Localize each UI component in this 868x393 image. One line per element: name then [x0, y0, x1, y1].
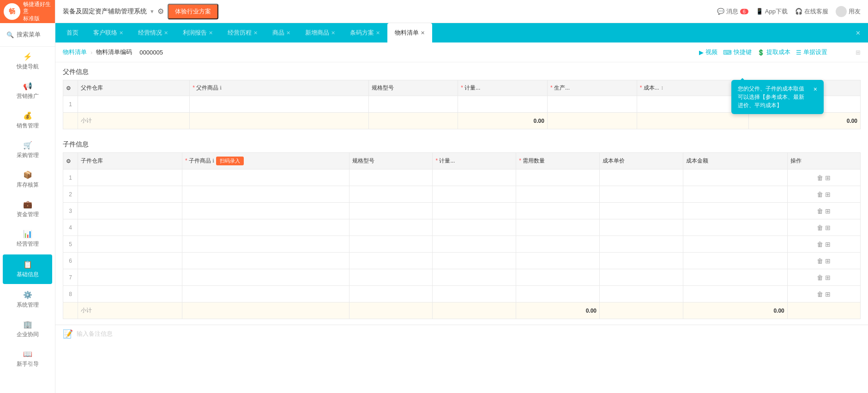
nav-tab-利润报告[interactable]: 利润报告✕ — [175, 23, 220, 42]
delete-icon-2[interactable]: 🗑 — [817, 191, 823, 198]
child-unit-price-8[interactable] — [599, 286, 683, 302]
child-unit-1[interactable] — [433, 169, 516, 186]
topbar-dropdown-icon[interactable]: ▾ — [151, 8, 154, 15]
parent-warehouse-1[interactable] — [78, 96, 190, 113]
sidebar-item-sales[interactable]: 💰销售管理 — [0, 106, 55, 135]
sidebar-item-guide[interactable]: 📖新手引导 — [0, 344, 55, 374]
tab-close-icon[interactable]: ✕ — [421, 30, 425, 36]
sidebar-item-enterprise[interactable]: 🏢企业协同 — [0, 314, 55, 344]
child-cost-amount-8[interactable] — [683, 286, 787, 302]
sidebar-item-inventory[interactable]: 📦库存核算 — [0, 165, 55, 194]
child-product-7[interactable] — [182, 269, 350, 286]
parent-production-1[interactable] — [547, 96, 637, 113]
child-unit-2[interactable] — [433, 186, 516, 203]
tab-close-icon[interactable]: ✕ — [253, 30, 258, 36]
child-qty-4[interactable] — [516, 219, 600, 236]
nav-tab-客户联络[interactable]: 客户联络✕ — [86, 23, 131, 42]
child-qty-1[interactable] — [516, 169, 600, 186]
nav-tab-条码方案[interactable]: 条码方案✕ — [343, 23, 387, 42]
view-action[interactable]: ▶ 视频 — [699, 48, 717, 56]
child-unit-6[interactable] — [433, 253, 516, 269]
child-unit-price-4[interactable] — [599, 219, 683, 236]
tab-close-left[interactable]: ✕ — [852, 26, 864, 40]
tab-close-icon[interactable]: ✕ — [164, 30, 168, 36]
child-cost-amount-5[interactable] — [683, 236, 787, 253]
copy-icon-4[interactable]: ⊞ — [825, 224, 831, 231]
child-qty-7[interactable] — [516, 269, 600, 286]
tab-close-icon[interactable]: ✕ — [331, 30, 335, 36]
delete-icon-3[interactable]: 🗑 — [817, 207, 823, 215]
child-spec-6[interactable] — [349, 253, 433, 269]
child-unit-price-1[interactable] — [599, 169, 683, 186]
nav-arrow-left[interactable]: ‹ — [833, 49, 838, 56]
copy-icon-3[interactable]: ⊞ — [825, 207, 831, 215]
online-service-item[interactable]: 🎧 在线客服 — [795, 7, 828, 16]
tooltip-close-icon[interactable]: × — [814, 85, 817, 94]
child-warehouse-4[interactable] — [78, 219, 182, 236]
message-item[interactable]: 💬 消息 6 — [717, 7, 748, 16]
child-unit-price-7[interactable] — [599, 269, 683, 286]
child-qty-5[interactable] — [516, 236, 600, 253]
child-unit-7[interactable] — [433, 269, 516, 286]
scan-input-button[interactable]: 扫码录入 — [216, 157, 244, 165]
child-unit-price-5[interactable] — [599, 236, 683, 253]
copy-icon-5[interactable]: ⊞ — [825, 241, 831, 248]
child-warehouse-5[interactable] — [78, 236, 182, 253]
sidebar-item-basic-info[interactable]: 📋基础信息 — [3, 254, 52, 284]
th-parent-settings[interactable]: ⚙ — [63, 80, 78, 96]
copy-icon-8[interactable]: ⊞ — [825, 290, 831, 298]
sidebar-item-system[interactable]: ⚙️系统管理 — [0, 285, 55, 314]
delete-icon-1[interactable]: 🗑 — [817, 174, 823, 181]
child-product-6[interactable] — [182, 253, 350, 269]
child-unit-3[interactable] — [433, 203, 516, 219]
child-spec-3[interactable] — [349, 203, 433, 219]
nav-tab-经营历程[interactable]: 经营历程✕ — [220, 23, 265, 42]
child-qty-3[interactable] — [516, 203, 600, 219]
parent-unit-1[interactable] — [458, 96, 548, 113]
child-warehouse-1[interactable] — [78, 169, 182, 186]
tab-close-icon[interactable]: ✕ — [286, 30, 290, 36]
th-child-settings[interactable]: ⚙ — [63, 153, 78, 169]
delete-icon-7[interactable]: 🗑 — [817, 274, 823, 281]
child-unit-8[interactable] — [433, 286, 516, 302]
nav-tab-经营情况[interactable]: 经营情况✕ — [131, 23, 175, 42]
child-warehouse-6[interactable] — [78, 253, 182, 269]
child-product-2[interactable] — [182, 186, 350, 203]
sidebar-item-purchase[interactable]: 🛒采购管理 — [0, 135, 55, 165]
app-download-item[interactable]: 📱 App下载 — [756, 7, 788, 16]
delete-icon-6[interactable]: 🗑 — [817, 257, 823, 265]
child-spec-7[interactable] — [349, 269, 433, 286]
child-qty-2[interactable] — [516, 186, 600, 203]
child-unit-price-3[interactable] — [599, 203, 683, 219]
nav-tab-新增商品[interactable]: 新增商品✕ — [298, 23, 343, 42]
child-unit-price-6[interactable] — [599, 253, 683, 269]
cost-action[interactable]: 💲 提取成本 — [757, 48, 790, 56]
delete-icon-5[interactable]: 🗑 — [817, 241, 823, 248]
tab-close-icon[interactable]: ✕ — [209, 30, 213, 36]
nav-tab-首页[interactable]: 首页 — [59, 23, 86, 42]
delete-icon-4[interactable]: 🗑 — [817, 224, 823, 231]
gear-icon[interactable]: ⚙ — [157, 7, 164, 16]
child-product-8[interactable] — [182, 286, 350, 302]
sidebar-item-finance[interactable]: 💼资金管理 — [0, 194, 55, 224]
nav-tab-商品[interactable]: 商品✕ — [265, 23, 298, 42]
parent-product-1[interactable] — [190, 96, 368, 113]
child-product-1[interactable] — [182, 169, 350, 186]
child-spec-8[interactable] — [349, 286, 433, 302]
grid-view-icon[interactable]: ⊞ — [856, 49, 861, 56]
parent-spec-1[interactable] — [368, 96, 458, 113]
sidebar-item-marketing[interactable]: 📢营销推广 — [0, 76, 55, 106]
child-cost-amount-3[interactable] — [683, 203, 787, 219]
child-product-4[interactable] — [182, 219, 350, 236]
breadcrumb-link[interactable]: 物料清单 — [63, 48, 87, 56]
child-spec-2[interactable] — [349, 186, 433, 203]
sidebar-item-quick-nav[interactable]: ⚡快捷导航 — [0, 47, 55, 76]
search-menu-item[interactable]: 🔍 搜索菜单 — [4, 27, 51, 42]
copy-icon-7[interactable]: ⊞ — [825, 274, 831, 281]
delete-icon-8[interactable]: 🗑 — [817, 290, 823, 298]
child-qty-8[interactable] — [516, 286, 600, 302]
trial-button[interactable]: 体验行业方案 — [168, 4, 218, 19]
child-product-5[interactable] — [182, 236, 350, 253]
settings-action[interactable]: ☰ 单据设置 — [796, 48, 827, 56]
child-cost-amount-7[interactable] — [683, 269, 787, 286]
